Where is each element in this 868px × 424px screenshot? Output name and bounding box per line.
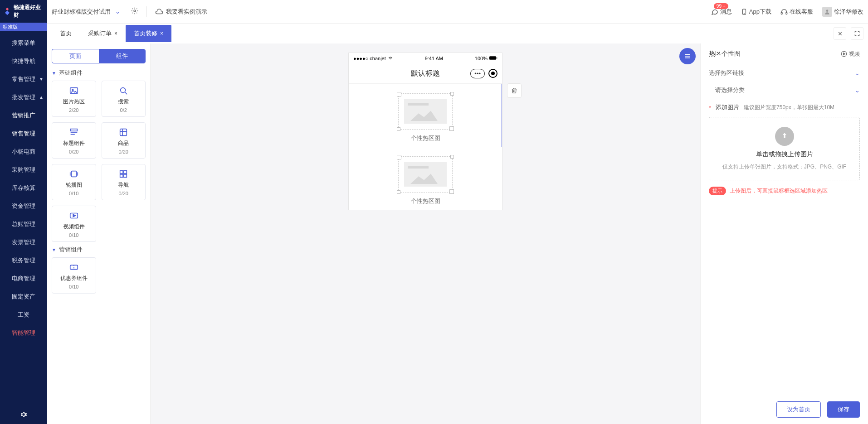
- segment-control: 页面 组件: [52, 49, 146, 63]
- phone-more-icon[interactable]: •••: [470, 69, 485, 78]
- sidebar-item-11[interactable]: 电商管理: [0, 270, 47, 288]
- component-card-image-hot[interactable]: 图片热区2/20: [52, 81, 96, 117]
- component-card-nav-comp[interactable]: 导航0/20: [102, 164, 146, 200]
- select-hotzone-link[interactable]: 选择热区链接 ⌄: [709, 64, 860, 82]
- component-card-carousel-comp[interactable]: 轮播图0/10: [52, 164, 96, 200]
- group-basic-header[interactable]: ▼基础组件: [52, 69, 146, 77]
- component-card-product-comp[interactable]: 商品0/20: [102, 122, 146, 159]
- message-icon: [711, 8, 718, 15]
- sidebar-item-3[interactable]: 批发管理▲: [0, 88, 47, 106]
- phone-target-icon[interactable]: [488, 69, 497, 78]
- headset-icon: [780, 8, 788, 15]
- set-homepage-button[interactable]: 设为首页: [776, 401, 821, 418]
- phone-title: 默认标题: [411, 69, 440, 78]
- close-all-tabs[interactable]: ✕: [834, 27, 846, 40]
- fullscreen-toggle[interactable]: [851, 27, 863, 40]
- image-hot-icon: [67, 85, 81, 96]
- svg-rect-30: [489, 56, 496, 60]
- svg-rect-21: [120, 174, 123, 177]
- hotzone-block-selected[interactable]: 个性热区图: [349, 84, 502, 147]
- sidebar-item-1[interactable]: 快捷导航: [0, 52, 47, 70]
- component-card-title-comp[interactable]: 标题组件0/20: [52, 122, 96, 159]
- svg-rect-22: [124, 174, 127, 177]
- coupon-comp-icon: [67, 262, 81, 273]
- sidebar-item-5[interactable]: 采购管理: [0, 161, 47, 179]
- app-download-link[interactable]: App下载: [741, 8, 771, 16]
- demo-link[interactable]: 我要看实例演示: [155, 8, 207, 16]
- sidebar-item-4[interactable]: 小畅电商: [0, 143, 47, 161]
- avatar-icon: [822, 7, 832, 17]
- image-placeholder: [398, 93, 453, 130]
- phone-header: 默认标题 •••: [349, 64, 502, 84]
- logo-icon: [3, 7, 12, 16]
- edition-badge: 标准版: [0, 23, 47, 31]
- nav-comp-icon: [117, 169, 130, 179]
- props-title: 热区个性图: [709, 50, 741, 58]
- required-mark: *: [709, 104, 711, 111]
- svg-rect-13: [120, 129, 127, 135]
- sidebar-item-8[interactable]: 总账管理: [0, 215, 47, 233]
- svg-marker-24: [73, 214, 76, 217]
- cloud-icon: [155, 8, 163, 16]
- design-canvas: ●●●●○ chanjet 9:41 AM 100% 默认标题: [151, 43, 700, 424]
- brand-logo: 畅捷通好业财: [0, 0, 47, 23]
- user-menu[interactable]: 徐泽华修改: [822, 7, 863, 17]
- sidebar-item-9[interactable]: 发票管理: [0, 233, 47, 251]
- save-button[interactable]: 保存: [827, 401, 860, 418]
- group-marketing-header[interactable]: ▼营销组件: [52, 246, 146, 254]
- tab-1[interactable]: 采购订单×: [80, 25, 126, 42]
- svg-rect-4: [786, 12, 787, 14]
- product-comp-icon: [117, 127, 130, 138]
- sidebar-item-13[interactable]: 工资: [0, 306, 47, 324]
- select-category[interactable]: 请选择分类 ⌄: [709, 82, 860, 99]
- sidebar-subitem-3-0[interactable]: 营销推广: [0, 106, 47, 125]
- chevron-down-icon: ⌄: [115, 8, 120, 15]
- video-tutorial-link[interactable]: 视频: [841, 50, 860, 58]
- tab-0[interactable]: 首页: [52, 25, 80, 42]
- delete-block-button[interactable]: [507, 83, 522, 98]
- tab-close-icon[interactable]: ×: [114, 30, 117, 37]
- sidebar-item-14[interactable]: 智能管理: [0, 324, 47, 342]
- image-upload-dropzone[interactable]: 单击或拖拽上传图片 仅支持上传单张图片，支持格式：JPG、PNG、GIF: [709, 117, 860, 180]
- sidebar-item-12[interactable]: 固定资产: [0, 288, 47, 306]
- sidebar-item-7[interactable]: 资金管理: [0, 197, 47, 215]
- brand-name: 畅捷通好业财: [14, 4, 44, 19]
- tab-close-icon[interactable]: ×: [160, 30, 163, 37]
- play-circle-icon: [841, 51, 847, 57]
- svg-point-8: [121, 87, 126, 92]
- product-selector[interactable]: 好业财标准版交付试用 ⌄: [52, 8, 120, 16]
- title-comp-icon: [67, 127, 81, 138]
- divider: [146, 6, 147, 17]
- left-sidebar: 畅捷通好业财 标准版 搜索菜单快捷导航零售管理▼批发管理▲营销推广销售管理小畅电…: [0, 0, 47, 424]
- tip-badge: 提示: [709, 187, 726, 195]
- tab-2[interactable]: 首页装修×: [126, 25, 171, 42]
- canvas-menu-fab[interactable]: [679, 48, 696, 64]
- sidebar-subitem-3-1[interactable]: 销售管理: [0, 125, 47, 143]
- segment-component[interactable]: 组件: [99, 49, 146, 63]
- svg-point-5: [826, 10, 829, 12]
- sidebar-item-6[interactable]: 库存核算: [0, 179, 47, 197]
- customer-service-link[interactable]: 在线客服: [780, 8, 813, 16]
- svg-rect-10: [70, 129, 77, 131]
- image-size-hint: 建议图片宽度750px，单张图最大10M: [744, 104, 834, 111]
- component-card-coupon-comp[interactable]: 优惠券组件0/10: [52, 257, 96, 294]
- component-card-video-comp[interactable]: 视频组件0/10: [52, 206, 96, 242]
- carousel-comp-icon: [67, 169, 81, 179]
- svg-marker-33: [844, 53, 845, 55]
- chevron-down-icon: ⌄: [855, 87, 860, 94]
- messages-link[interactable]: 99 + 消息: [711, 8, 732, 16]
- component-card-search-comp[interactable]: 搜索0/2: [102, 81, 146, 117]
- image-placeholder: [398, 156, 453, 193]
- sidebar-item-10[interactable]: 税务管理: [0, 251, 47, 270]
- sidebar-settings[interactable]: [0, 409, 47, 424]
- hotzone-block[interactable]: 个性热区图: [349, 147, 502, 210]
- sidebar-item-2[interactable]: 零售管理▼: [0, 70, 47, 88]
- segment-page[interactable]: 页面: [52, 49, 99, 63]
- svg-rect-16: [71, 171, 76, 177]
- demo-text: 我要看实例演示: [166, 8, 207, 16]
- caret-icon: ▼: [39, 70, 44, 88]
- phone-status-bar: ●●●●○ chanjet 9:41 AM 100%: [349, 53, 502, 64]
- product-name: 好业财标准版交付试用: [52, 8, 111, 16]
- top-settings-icon[interactable]: [131, 7, 138, 16]
- sidebar-item-0[interactable]: 搜索菜单: [0, 34, 47, 52]
